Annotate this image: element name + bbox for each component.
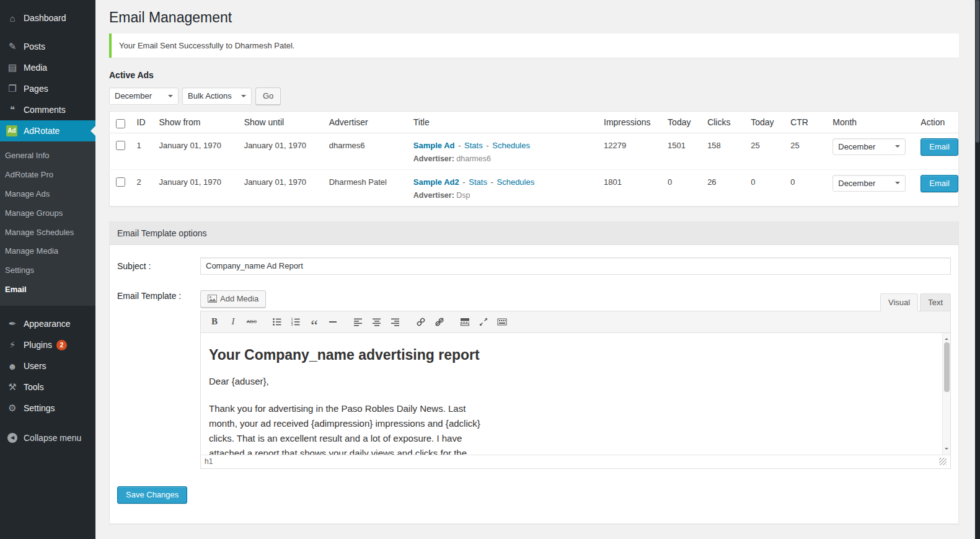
align-right-button[interactable] <box>387 314 404 330</box>
ad-title-cell: Sample Ad2 - Stats - Schedules Advertise… <box>407 169 598 206</box>
align-center-icon <box>372 317 382 327</box>
toolbar-toggle-button[interactable] <box>493 314 511 330</box>
italic-button[interactable]: I <box>224 314 242 330</box>
scroll-down-icon[interactable] <box>945 448 948 452</box>
page-scrollbar-thumb[interactable] <box>976 0 979 143</box>
sidebar-item-tools[interactable]: ⚒ Tools <box>0 376 95 398</box>
sidebar-item-label: Comments <box>24 105 66 115</box>
submenu-item-manage-media[interactable]: Manage Media <box>0 242 95 261</box>
sidebar-item-pages[interactable]: ❐ Pages <box>0 78 95 99</box>
scrollbar-thumb[interactable] <box>944 342 950 392</box>
subject-input[interactable] <box>200 257 951 275</box>
scroll-up-icon[interactable] <box>945 336 948 340</box>
email-body-greeting: Dear {aduser}, <box>209 376 932 386</box>
sidebar-item-users[interactable]: ☻ Users <box>0 355 95 376</box>
tab-visual[interactable]: Visual <box>880 293 918 311</box>
column-header-action: Action <box>914 111 958 133</box>
sidebar-item-media[interactable]: ▤ Media <box>0 57 95 78</box>
submenu-item-settings[interactable]: Settings <box>0 261 95 280</box>
italic-icon: I <box>232 316 235 327</box>
schedules-link[interactable]: Schedules <box>497 177 535 187</box>
align-left-icon <box>353 317 363 327</box>
bulk-actions-value: Bulk Actions <box>188 91 232 100</box>
bold-icon: B <box>211 316 218 327</box>
submenu-item-general-info[interactable]: General Info <box>0 146 95 166</box>
sidebar-item-plugins[interactable]: ⚡ Plugins 2 <box>0 334 95 355</box>
email-button[interactable]: Email <box>920 138 958 156</box>
numbered-list-button[interactable]: 123 <box>287 314 304 330</box>
stats-link[interactable]: Stats <box>464 141 483 150</box>
select-row-checkbox[interactable] <box>116 177 125 187</box>
resize-handle[interactable] <box>939 458 947 465</box>
wordpress-admin: ⌂ Dashboard ✎ Posts ▤ Media ❐ Pages ❝ Co… <box>0 0 980 539</box>
select-row-checkbox[interactable] <box>116 141 125 150</box>
horizontal-rule-button[interactable] <box>324 314 342 330</box>
row-month-select[interactable]: December <box>832 175 906 192</box>
schedules-link[interactable]: Schedules <box>492 141 530 150</box>
submenu-item-manage-ads[interactable]: Manage Ads <box>0 185 95 204</box>
sidebar-item-label: Posts <box>24 42 45 51</box>
align-left-button[interactable] <box>350 314 367 330</box>
read-more-tag-button[interactable] <box>456 314 474 330</box>
submenu-item-manage-schedules[interactable]: Manage Schedules <box>0 223 95 243</box>
ad-id: 1 <box>131 133 153 169</box>
sidebar-item-label: Tools <box>24 382 44 392</box>
submenu-item-manage-groups[interactable]: Manage Groups <box>0 204 95 223</box>
bulleted-list-button[interactable] <box>268 314 286 330</box>
link-separator: - <box>488 177 496 187</box>
bold-button[interactable]: B <box>206 314 223 330</box>
sidebar-item-label: Settings <box>24 403 55 413</box>
numbered-list-icon: 123 <box>291 317 301 327</box>
sidebar-item-posts[interactable]: ✎ Posts <box>0 36 95 57</box>
column-header-show-from: Show from <box>153 111 238 133</box>
blockquote-button[interactable]: “ <box>306 314 323 330</box>
tab-text[interactable]: Text <box>920 293 951 311</box>
remove-link-icon <box>435 317 444 327</box>
add-media-button[interactable]: Add Media <box>200 290 266 308</box>
ad-row: 1 January 01, 1970 January 01, 1970 dhar… <box>110 133 959 169</box>
editor-content[interactable]: Your Company_name advertising report Dea… <box>201 333 950 455</box>
stats-link[interactable]: Stats <box>469 177 487 187</box>
save-changes-button[interactable]: Save Changes <box>117 486 187 504</box>
sidebar-item-comments[interactable]: ❝ Comments <box>0 99 95 120</box>
dashboard-icon: ⌂ <box>6 13 19 24</box>
page-scrollbar[interactable] <box>975 0 980 539</box>
email-button[interactable]: Email <box>920 175 958 192</box>
email-template-label: Email Template : <box>117 287 200 469</box>
ad-title-link[interactable]: Sample Ad2 <box>413 177 459 187</box>
go-button[interactable]: Go <box>255 87 281 105</box>
sidebar-item-appearance[interactable]: ✒ Appearance <box>0 313 95 334</box>
blockquote-icon: “ <box>311 316 318 328</box>
align-center-button[interactable] <box>368 314 386 330</box>
month-filter-select[interactable]: December <box>109 87 179 105</box>
submenu-item-email[interactable]: Email <box>0 280 95 300</box>
select-all-checkbox[interactable] <box>116 119 125 128</box>
sidebar-item-settings[interactable]: ⚙ Settings <box>0 398 95 419</box>
remove-link-button[interactable] <box>431 314 448 330</box>
link-separator: - <box>456 141 464 150</box>
align-right-icon <box>391 317 400 327</box>
insert-link-button[interactable] <box>412 314 430 330</box>
ad-impressions: 12279 <box>598 133 661 169</box>
sidebar-item-label: Plugins <box>24 340 52 350</box>
read-more-tag-icon <box>460 317 470 327</box>
column-header-today-impressions: Today <box>661 111 701 133</box>
sidebar-item-adrotate[interactable]: Ad AdRotate <box>0 120 95 141</box>
collapse-menu-button[interactable]: ◀ Collapse menu <box>0 427 95 448</box>
ad-advertiser-subline: Advertiser: dharmes6 <box>413 154 591 163</box>
ad-show-from: January 01, 1970 <box>153 169 238 206</box>
row-month-select[interactable]: December <box>832 138 906 155</box>
horizontal-rule-icon <box>329 321 337 323</box>
media-icon: ▤ <box>6 62 19 73</box>
email-template-row: Email Template : Add Media Visual Text <box>110 287 958 469</box>
bulk-actions-select[interactable]: Bulk Actions <box>182 87 252 105</box>
strikethrough-button[interactable]: ABC <box>243 314 260 330</box>
fullscreen-button[interactable] <box>475 314 492 330</box>
success-notice: Your Email Sent Successfully to Dharmesh… <box>109 33 959 58</box>
editor-scrollbar[interactable] <box>942 333 950 455</box>
sidebar-item-dashboard[interactable]: ⌂ Dashboard <box>0 7 95 29</box>
fullscreen-icon <box>479 317 488 327</box>
submenu-item-adrotate-pro[interactable]: AdRotate Pro <box>0 166 95 185</box>
email-body-paragraph: Thank you for advertising in the Paso Ro… <box>209 401 489 455</box>
ad-title-link[interactable]: Sample Ad <box>413 141 455 150</box>
